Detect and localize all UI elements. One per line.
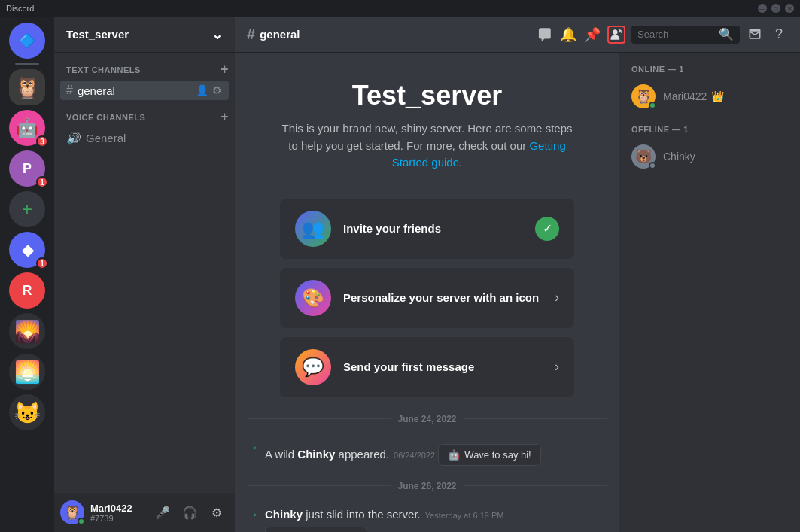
task-message-chevron: › <box>555 359 559 375</box>
mario422-name: Mari0422 <box>663 90 707 102</box>
user-settings-button[interactable]: ⚙ <box>205 500 229 524</box>
deafen-button[interactable]: 🎧 <box>178 500 202 524</box>
date-june26: June 26, 2022 <box>397 481 456 491</box>
text-channels-label: TEXT CHANNELS <box>66 65 141 74</box>
task-invite-icon: 👥 <box>295 211 331 247</box>
date-divider-june24: June 24, 2022 <box>235 408 619 430</box>
main-content: # general 🔔 📌 🔍 ? <box>235 17 800 532</box>
wave-button-1[interactable]: 🤖 Wave to say hi! <box>438 444 540 466</box>
diamond-badge: 1 <box>36 257 48 269</box>
message-group-1: → A wild Chinky appeared.06/24/2022 🤖 Wa… <box>235 436 619 469</box>
message-group-2: → Chinky just slid into the server.Yeste… <box>235 503 619 533</box>
app-name: Discord <box>6 4 34 13</box>
user-info: Mari0422 #7739 <box>90 503 144 523</box>
maximize-button[interactable]: □ <box>771 4 780 13</box>
server-list-divider <box>15 63 39 65</box>
divider-line-left <box>247 418 391 419</box>
user-name-label: Mari0422 <box>90 503 144 514</box>
add-channel-icon[interactable]: + <box>221 62 229 78</box>
server-icon-robot[interactable]: 🤖 3 <box>9 110 45 146</box>
server-icon-p[interactable]: P 1 <box>9 150 45 187</box>
message-text-2: Chinky just slid into the server.Yesterd… <box>265 508 504 521</box>
messages-area: Test_server This is your brand new, shin… <box>235 53 619 532</box>
user-panel: 🦉 Mari0422 #7739 🎤 🎧 ⚙ <box>54 493 235 532</box>
member-item-chinky[interactable]: 🐻 Chinky <box>625 140 794 173</box>
inbox-button[interactable] <box>746 26 764 44</box>
close-button[interactable]: ✕ <box>785 4 794 13</box>
chinky-name: Chinky <box>663 150 695 163</box>
wave-emoji-1: 🤖 <box>448 449 460 461</box>
server-icon-r[interactable]: R <box>9 272 45 309</box>
channel-hash-icon: # <box>247 26 255 43</box>
channel-item-general-voice[interactable]: 🔊 General <box>60 128 229 148</box>
landscape2-icon: 🌅 <box>14 360 41 385</box>
search-input[interactable] <box>637 29 714 40</box>
online-members-header: ONLINE — 1 <box>625 65 794 80</box>
text-channels-header[interactable]: TEXT CHANNELS + <box>54 59 235 81</box>
server-icon-cat[interactable]: 😺 <box>9 394 45 430</box>
add-voice-channel-icon[interactable]: + <box>221 109 229 125</box>
discord-logo-icon: 🔷 <box>19 32 35 49</box>
member-list: ONLINE — 1 🦉 Mari0422 👑 OFFLINE — 1 🐻 <box>619 53 800 532</box>
title-bar: Discord — □ ✕ <box>0 0 800 17</box>
date-divider-june26: June 26, 2022 <box>235 475 619 497</box>
voice-channel-name-general: General <box>86 132 126 144</box>
welcome-desc: This is your brand new, shiny server. He… <box>280 120 574 172</box>
robot-icon: 🤖 <box>16 117 38 138</box>
member-item-mario422[interactable]: 🦉 Mari0422 👑 <box>625 80 794 113</box>
task-send-message[interactable]: 💬 Send your first message › <box>280 337 574 397</box>
welcome-section: Test_server This is your brand new, shin… <box>235 65 619 194</box>
add-member-icon[interactable]: 👤 <box>196 84 208 96</box>
pin-button[interactable]: 📌 <box>583 26 601 44</box>
minimize-button[interactable]: — <box>758 4 767 13</box>
test-server-icon: 🦉 <box>14 75 41 100</box>
search-bar[interactable]: 🔍 <box>631 26 740 44</box>
channel-item-general[interactable]: # general 👤 ⚙ <box>60 81 229 100</box>
wave-button-2[interactable]: 🤖 Wave to say hi! <box>265 527 367 533</box>
speaker-icon: 🔊 <box>66 131 81 145</box>
message-emoji: 💬 <box>302 357 324 378</box>
landscape1-icon: 🌄 <box>14 319 41 344</box>
notifications-button[interactable]: 🔔 <box>559 26 577 44</box>
user-avatar: 🦉 <box>60 500 84 524</box>
channel-name-general: general <box>78 84 115 97</box>
p-badge: 1 <box>36 176 48 188</box>
threads-button[interactable] <box>535 26 553 44</box>
divider-line-right <box>463 418 607 419</box>
message-text-1: A wild Chinky appeared.06/24/2022 <box>265 448 438 461</box>
mario422-name-row: Mari0422 👑 <box>663 90 724 102</box>
msg1-pre: A wild <box>265 448 297 461</box>
msg2-username: Chinky <box>265 508 303 521</box>
help-button[interactable]: ? <box>770 26 788 44</box>
mute-button[interactable]: 🎤 <box>151 500 175 524</box>
voice-channels-label: VOICE CHANNELS <box>66 113 145 122</box>
mario422-avatar: 🦉 <box>631 84 656 108</box>
task-invite[interactable]: 👥 Invite your friends ✓ <box>280 199 574 259</box>
wave-label-1: Wave to say hi! <box>464 449 531 461</box>
server-icon-test-server[interactable]: 🦉 <box>9 69 45 105</box>
settings-icon[interactable]: ⚙ <box>211 84 223 96</box>
msg1-timestamp: 06/24/2022 <box>394 451 435 460</box>
message-content-1: A wild Chinky appeared.06/24/2022 🤖 Wave… <box>265 439 607 466</box>
member-list-button[interactable] <box>607 26 625 44</box>
server-icon-landscape2[interactable]: 🌅 <box>9 354 45 390</box>
server-name-label: Test_server <box>66 28 129 41</box>
mario422-badge: 👑 <box>711 90 724 102</box>
date-june24: June 24, 2022 <box>397 414 456 424</box>
hash-icon: # <box>66 84 73 97</box>
channel-sidebar: Test_server ⌄ TEXT CHANNELS + # general … <box>54 17 235 532</box>
message-content-2: Chinky just slid into the server.Yesterd… <box>265 506 607 533</box>
add-server-button[interactable]: + <box>9 191 45 227</box>
server-icon-discord-home[interactable]: 🔷 <box>9 23 45 59</box>
window-controls[interactable]: — □ ✕ <box>758 4 794 13</box>
server-icon-diamond[interactable]: ◆ 1 <box>9 232 45 268</box>
voice-channels-header[interactable]: VOICE CHANNELS + <box>54 106 235 128</box>
chevron-down-icon: ⌄ <box>211 26 223 43</box>
user-controls: 🎤 🎧 ⚙ <box>151 500 229 524</box>
task-personalize[interactable]: 🎨 Personalize your server with an icon › <box>280 268 574 328</box>
user-status-dot <box>78 518 85 525</box>
server-name-bar[interactable]: Test_server ⌄ <box>54 17 235 53</box>
channel-title: # general <box>247 26 300 43</box>
task-personalize-icon: 🎨 <box>295 280 331 316</box>
server-icon-landscape1[interactable]: 🌄 <box>9 313 45 349</box>
